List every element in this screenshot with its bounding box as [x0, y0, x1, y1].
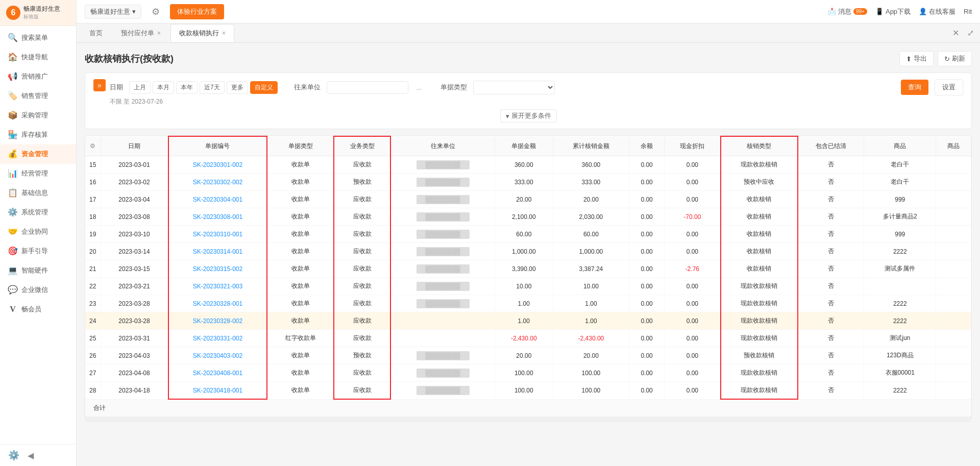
cell-biz-type: 应收款 — [334, 191, 390, 208]
voucher-no-link[interactable]: SK-20230403-002 — [193, 352, 242, 359]
cell-accumulated: 100.00 — [553, 382, 629, 400]
voucher-no-link[interactable]: SK-20230314-001 — [193, 248, 242, 255]
horizontal-scrollbar[interactable] — [85, 417, 971, 421]
tab-close-button[interactable]: ✕ — [950, 26, 961, 40]
sidebar-item-label: 资金管理 — [21, 150, 48, 159]
cell-accumulated: 1.00 — [553, 312, 629, 330]
custom-date-btn[interactable]: 自定义 — [250, 81, 278, 94]
sidebar-item-search[interactable]: 🔍 搜索菜单 — [0, 28, 76, 47]
cell-date: 2023-04-18 — [101, 382, 168, 400]
date-filter-label: 日期 — [110, 83, 123, 92]
workspace-name: 畅康道好生意 — [90, 7, 130, 16]
this-year-btn[interactable]: 本年 — [176, 81, 198, 94]
voucher-no-link[interactable]: SK-20230328-002 — [193, 317, 242, 325]
filter-expand-arrow[interactable]: » — [93, 79, 106, 91]
cell-goods2 — [936, 312, 971, 330]
tab-prepay[interactable]: 预付应付单 × — [112, 24, 169, 42]
tab-prepay-close[interactable]: × — [157, 30, 161, 37]
cell-biz-type: 应收款 — [334, 278, 390, 295]
export-button[interactable]: ⬆ 导出 — [899, 51, 934, 66]
tab-maximize-button[interactable]: ⤢ — [965, 26, 976, 40]
voucher-no-link[interactable]: SK-20230321-003 — [193, 283, 242, 290]
voucher-no-link[interactable]: SK-20230328-001 — [193, 300, 242, 307]
user-menu[interactable]: Rit — [964, 8, 972, 15]
cell-accumulated: 20.00 — [553, 347, 629, 364]
this-month-btn[interactable]: 本月 — [153, 81, 174, 94]
cell-goods2 — [936, 330, 971, 347]
cell-voucher-no: SK-20230304-001 — [168, 191, 267, 208]
notification-button[interactable]: 📩 消息 99+ — [828, 7, 867, 16]
voucher-no-link[interactable]: SK-20230408-001 — [193, 370, 242, 377]
cell-balance: 0.00 — [629, 312, 665, 330]
cell-date: 2023-03-01 — [101, 156, 168, 174]
table-row: 15 2023-03-01 SK-20230301-002 收款单 应收款 ██… — [85, 156, 971, 174]
sidebar-item-label: 经营管理 — [21, 169, 48, 178]
cell-no: 16 — [85, 174, 101, 191]
voucher-type-select[interactable]: 收款单 红字收款单 — [473, 81, 555, 94]
workspace-dropdown[interactable]: 畅康道好生意 ▾ — [85, 5, 141, 19]
sidebar-item-finance[interactable]: 💰 资金管理 — [0, 144, 76, 164]
cell-voucher-no: SK-20230308-001 — [168, 208, 267, 226]
solution-button[interactable]: 体验行业方案 — [170, 4, 224, 19]
last-month-btn[interactable]: 上月 — [129, 81, 151, 94]
sidebar-item-basic[interactable]: 📋 基础信息 — [0, 183, 76, 203]
cell-voucher-type: 收款单 — [267, 312, 334, 330]
sidebar-item-purchase[interactable]: 📦 采购管理 — [0, 106, 76, 125]
cell-no: 27 — [85, 364, 101, 382]
cell-goods: 老白干 — [864, 156, 936, 174]
refresh-button[interactable]: ↻ 刷新 — [938, 51, 972, 66]
more-date-btn[interactable]: 更多 — [227, 81, 248, 94]
cell-goods — [864, 278, 936, 295]
voucher-no-link[interactable]: SK-20230418-001 — [193, 387, 242, 394]
table-header-row: ⚙ 日期 单据编号 单据类型 业务类型 往来单位 单据金额 累计核销金额 余额 … — [85, 136, 971, 156]
customer-service-label: 在线客服 — [929, 7, 955, 16]
voucher-no-link[interactable]: SK-20230301-002 — [193, 161, 242, 168]
col-accumulated: 累计核销金额 — [553, 136, 629, 156]
customer-service-button[interactable]: 👤 在线客服 — [919, 7, 955, 16]
cell-cash-discount: 0.00 — [665, 382, 721, 400]
gear-button[interactable]: ⚙ — [148, 4, 164, 20]
col-goods2: 商品 — [936, 136, 971, 156]
tab-collection-close[interactable]: × — [222, 30, 226, 37]
tab-collection[interactable]: 收款核销执行 × — [170, 24, 234, 42]
sidebar-item-inventory[interactable]: 🏪 库存核算 — [0, 125, 76, 144]
query-button[interactable]: 查询 — [901, 80, 928, 95]
voucher-no-link[interactable]: SK-20230331-002 — [193, 335, 242, 342]
sidebar-item-guide[interactable]: 🎯 新手引导 — [0, 241, 76, 261]
cell-cash-discount: 0.00 — [665, 243, 721, 260]
collapse-icon[interactable]: ◀ — [28, 451, 34, 460]
sidebar-item-enterprise[interactable]: 🤝 企业协同 — [0, 222, 76, 241]
sidebar-item-wechat[interactable]: 💬 企业微信 — [0, 280, 76, 300]
sidebar-item-system[interactable]: ⚙️ 系统管理 — [0, 203, 76, 222]
expand-more-btn[interactable]: ▾ 展开更多条件 — [500, 109, 557, 122]
cell-accumulated: 1.00 — [553, 295, 629, 312]
voucher-no-link[interactable]: SK-20230308-001 — [193, 213, 242, 220]
col-settings[interactable]: ⚙ — [85, 136, 101, 156]
cell-amount: 100.00 — [495, 382, 553, 400]
voucher-no-link[interactable]: SK-20230302-002 — [193, 179, 242, 186]
sidebar-item-sales[interactable]: 🏷️ 销售管理 — [0, 86, 76, 106]
last-7-days-btn[interactable]: 近7天 — [200, 81, 225, 94]
app-download-button[interactable]: 📱 App下载 — [875, 7, 911, 16]
cell-voucher-type: 收款单 — [267, 226, 334, 243]
sidebar-item-quick-nav[interactable]: 🏠 快捷导航 — [0, 47, 76, 67]
cell-goods2 — [936, 347, 971, 364]
settings-bottom-icon[interactable]: ⚙️ — [8, 450, 19, 461]
col-include-settled: 包含已结清 — [798, 136, 864, 156]
tab-home[interactable]: 首页 — [81, 24, 111, 42]
voucher-no-link[interactable]: SK-20230315-002 — [193, 265, 242, 273]
app-badge: 标推版 — [23, 13, 60, 20]
col-verify-type: 核销类型 — [721, 136, 798, 156]
sidebar-item-marketing[interactable]: 📢 营销推广 — [0, 67, 76, 86]
sidebar-item-hardware[interactable]: 💻 智能硬件 — [0, 261, 76, 280]
sidebar-item-operations[interactable]: 📊 经营管理 — [0, 164, 76, 183]
cell-biz-type: 应收款 — [334, 208, 390, 226]
voucher-no-link[interactable]: SK-20230310-001 — [193, 231, 242, 238]
settings-filter-button[interactable]: 设置 — [935, 79, 963, 95]
cell-verify-type: 现款收款核销 — [721, 382, 798, 400]
sidebar-item-member[interactable]: V 畅会员 — [0, 300, 76, 319]
counterparty-input[interactable] — [327, 81, 408, 94]
table-container[interactable]: ⚙ 日期 单据编号 单据类型 业务类型 往来单位 单据金额 累计核销金额 余额 … — [85, 136, 971, 417]
cell-verify-type: 预收中应收 — [721, 174, 798, 191]
voucher-no-link[interactable]: SK-20230304-001 — [193, 196, 242, 203]
